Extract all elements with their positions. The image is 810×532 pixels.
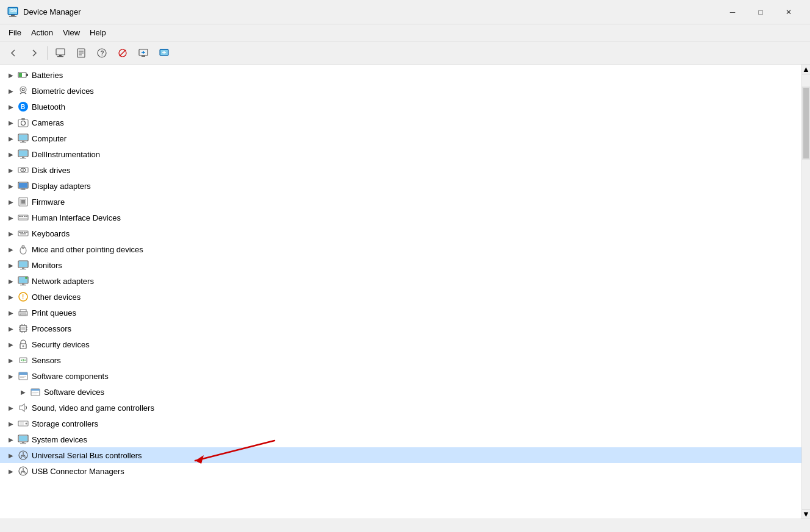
dellinstrumentation-label: DellInstrumentation (32, 150, 100, 159)
scan-button[interactable] (134, 44, 153, 62)
tree-item-securitydevices[interactable]: ▶ Security devices (0, 336, 801, 352)
tree-item-usbcontrollers[interactable]: ▶ Universal Serial Bus controllers (0, 447, 801, 463)
tree-item-bluetooth[interactable]: ▶ B Bluetooth (0, 99, 801, 115)
expand-networkadapters[interactable]: ▶ (5, 275, 17, 287)
expand-monitors[interactable]: ▶ (5, 259, 17, 271)
tree-item-keyboards[interactable]: ▶ Keyboards (0, 225, 801, 241)
vertical-scrollbar[interactable]: ▲ ▼ (801, 65, 810, 519)
svg-rect-68 (19, 261, 27, 267)
tree-item-processors[interactable]: ▶ Processors (0, 321, 801, 336)
expand-cameras[interactable]: ▶ (5, 116, 17, 129)
expand-keyboards[interactable]: ▶ (5, 227, 17, 239)
expand-bluetooth[interactable]: ▶ (5, 101, 17, 113)
scrollbar-thumb[interactable] (802, 87, 810, 160)
tree-item-dellinstrumentation[interactable]: ▶ DellInstrumentation (0, 146, 801, 162)
tree-item-batteries[interactable]: ▶ Batteries (0, 67, 801, 83)
tree-item-firmware[interactable]: ▶ Firmware (0, 194, 801, 210)
expand-securitydevices[interactable]: ▶ (5, 338, 17, 350)
tree-item-otherdevices[interactable]: ▶ ! Other devices (0, 289, 801, 305)
expand-mice[interactable]: ▶ (5, 243, 17, 255)
properties-button[interactable] (71, 44, 91, 62)
menu-view[interactable]: View (58, 26, 85, 39)
back-button[interactable] (4, 44, 23, 62)
printqueues-icon (17, 307, 29, 319)
svg-rect-37 (20, 142, 26, 143)
close-button[interactable]: ✕ (775, 2, 803, 22)
menu-bar: File Action View Help (0, 24, 810, 41)
expand-firmware[interactable]: ▶ (5, 196, 17, 208)
expand-usbcontrollers[interactable]: ▶ (5, 449, 17, 461)
networkadapters-icon (17, 275, 29, 287)
expand-softwaredevices[interactable]: ▶ (17, 386, 29, 398)
expand-softwarecomponents[interactable]: ▶ (5, 370, 17, 382)
tree-item-soundvideo[interactable]: ▶ Sound, video and game controllers (0, 400, 801, 416)
forward-button[interactable] (24, 44, 44, 62)
expand-batteries[interactable]: ▶ (5, 69, 17, 81)
expand-systemdevices[interactable]: ▶ (5, 433, 17, 445)
menu-action[interactable]: Action (26, 26, 58, 39)
app-icon: DM (7, 7, 18, 18)
svg-rect-51 (21, 200, 25, 204)
tree-item-humaninterface[interactable]: ▶ Human Interface Devices (0, 210, 801, 225)
toolbar: ? (0, 41, 810, 65)
help-button[interactable]: ? (92, 44, 112, 62)
expand-displayadapters[interactable]: ▶ (5, 180, 17, 192)
displayadapters-icon (17, 180, 29, 192)
displayadapters-label: Display adapters (32, 182, 91, 191)
svg-rect-114 (20, 443, 26, 444)
device-tree[interactable]: ▶ Batteries ▶ Biometric devices ▶ B Blue… (0, 65, 801, 519)
expand-biometric[interactable]: ▶ (5, 85, 17, 97)
tree-item-usbconnector[interactable]: ▶ USB Connector Managers (0, 463, 801, 479)
scroll-down-button[interactable]: ▼ (802, 509, 810, 519)
tree-item-storagecontrollers[interactable]: ▶ Storage controllers (0, 416, 801, 431)
tree-item-softwaredevices[interactable]: ▶ Software devices (0, 384, 801, 400)
svg-rect-41 (20, 158, 26, 159)
tree-item-displayadapters[interactable]: ▶ Display adapters (0, 178, 801, 194)
expand-dellinstrumentation[interactable]: ▶ (5, 148, 17, 160)
tree-item-diskdrives[interactable]: ▶ Disk drives (0, 162, 801, 178)
svg-rect-103 (32, 392, 38, 393)
tree-item-monitors[interactable]: ▶ Monitors (0, 257, 801, 273)
tree-item-mice[interactable]: ▶ Mice and other pointing devices (0, 241, 801, 257)
update-button[interactable] (154, 44, 174, 62)
tree-item-cameras[interactable]: ▶ Cameras (0, 115, 801, 130)
usbconnector-icon (17, 465, 29, 477)
expand-diskdrives[interactable]: ▶ (5, 164, 17, 176)
expand-humaninterface[interactable]: ▶ (5, 211, 17, 224)
svg-point-27 (20, 87, 26, 93)
computer-icon (17, 132, 29, 144)
expand-soundvideo[interactable]: ▶ (5, 402, 17, 414)
disable-button[interactable] (113, 44, 132, 62)
tree-item-systemdevices[interactable]: ▶ System devices (0, 431, 801, 447)
svg-point-44 (23, 169, 24, 171)
scroll-up-button[interactable]: ▲ (802, 65, 810, 74)
menu-help[interactable]: Help (85, 26, 111, 39)
expand-usbconnector[interactable]: ▶ (5, 465, 17, 477)
keyboards-icon (17, 227, 29, 239)
expand-storagecontrollers[interactable]: ▶ (5, 417, 17, 430)
svg-rect-99 (20, 376, 26, 377)
tree-item-networkadapters[interactable]: ▶ Network adapters (0, 273, 801, 289)
biometric-icon (17, 85, 29, 97)
expand-otherdevices[interactable]: ▶ (5, 291, 17, 303)
maximize-button[interactable]: □ (747, 2, 775, 22)
humaninterface-icon (17, 211, 29, 224)
firmware-icon (17, 196, 29, 208)
expand-printqueues[interactable]: ▶ (5, 307, 17, 319)
tree-item-softwarecomponents[interactable]: ▶ Software components (0, 368, 801, 384)
device-manager-button[interactable] (51, 44, 70, 62)
minimize-button[interactable]: ─ (719, 2, 747, 22)
tree-item-computer[interactable]: ▶ Computer (0, 130, 801, 146)
menu-file[interactable]: File (4, 26, 26, 39)
expand-computer[interactable]: ▶ (5, 132, 17, 144)
expand-sensors[interactable]: ▶ (5, 354, 17, 366)
svg-rect-7 (57, 56, 63, 57)
computer-label: Computer (32, 134, 66, 143)
tree-item-printqueues[interactable]: ▶ Print queues (0, 305, 801, 321)
status-bar (0, 519, 810, 532)
softwaredevices-icon (29, 386, 41, 398)
svg-point-28 (22, 88, 24, 91)
tree-item-biometric[interactable]: ▶ Biometric devices (0, 83, 801, 99)
expand-processors[interactable]: ▶ (5, 322, 17, 335)
tree-item-sensors[interactable]: ▶ Sensors (0, 352, 801, 368)
